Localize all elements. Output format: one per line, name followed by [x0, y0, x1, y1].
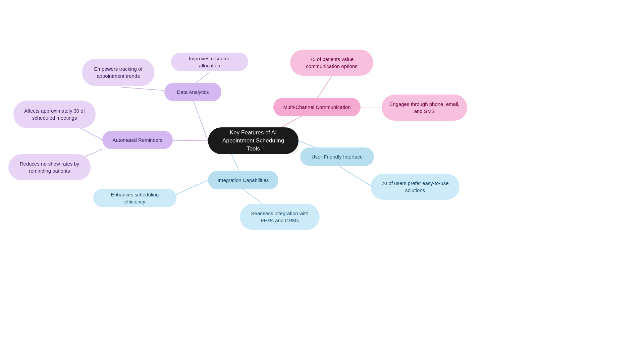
improves-resource-node: Improves resource allocation	[171, 53, 248, 71]
data-analytics-node: Data Analytics	[164, 83, 221, 101]
seventy-five-patients-node: 75 of patients value communication optio…	[290, 50, 373, 76]
user-friendly-node: User-Friendly Interface	[300, 147, 374, 166]
svg-line-5	[121, 87, 164, 90]
engages-through-node: Engages through phone, email, and SMS	[382, 95, 467, 121]
affects-approx-node: Affects approximately 30 of scheduled me…	[13, 101, 96, 128]
automated-reminders-label: Automated Reminders	[112, 136, 162, 143]
enhances-scheduling-label: Enhances scheduling efficiency	[101, 191, 169, 205]
seamless-integration-label: Seamless integration with EHRs and CRMs	[247, 210, 312, 224]
svg-line-0	[193, 100, 208, 141]
improves-resource-label: Improves resource allocation	[178, 55, 241, 69]
seventy-users-label: 70 of users prefer easy-to-use solutions	[378, 180, 452, 194]
data-analytics-label: Data Analytics	[177, 88, 209, 96]
svg-line-12	[317, 75, 332, 99]
empowers-tracking-label: Empowers tracking of appointment trends	[90, 65, 147, 79]
enhances-scheduling-node: Enhances scheduling efficiency	[93, 189, 176, 207]
multi-channel-label: Multi-Channel Communication	[283, 104, 351, 111]
integration-capabilities-label: Integration Capabilities	[218, 177, 269, 184]
seventy-five-patients-label: 75 of patients value communication optio…	[298, 56, 366, 70]
reduces-noshow-node: Reduces no-show rates by reminding patie…	[8, 154, 91, 180]
user-friendly-label: User-Friendly Interface	[312, 153, 363, 160]
empowers-tracking-node: Empowers tracking of appointment trends	[82, 59, 154, 86]
seamless-integration-node: Seamless integration with EHRs and CRMs	[240, 204, 320, 230]
center-label: Key Features of AI Appointment Schedulin…	[215, 129, 291, 153]
center-node: Key Features of AI Appointment Schedulin…	[208, 127, 299, 154]
engages-through-label: Engages through phone, email, and SMS	[389, 101, 460, 115]
integration-capabilities-node: Integration Capabilities	[208, 171, 278, 189]
seventy-users-node: 70 of users prefer easy-to-use solutions	[371, 174, 460, 200]
multi-channel-node: Multi-Channel Communication	[273, 98, 361, 116]
automated-reminders-node: Automated Reminders	[102, 131, 173, 149]
svg-line-11	[339, 166, 372, 187]
reduces-noshow-label: Reduces no-show rates by reminding patie…	[16, 160, 83, 174]
affects-approx-label: Affects approximately 30 of scheduled me…	[21, 107, 88, 121]
